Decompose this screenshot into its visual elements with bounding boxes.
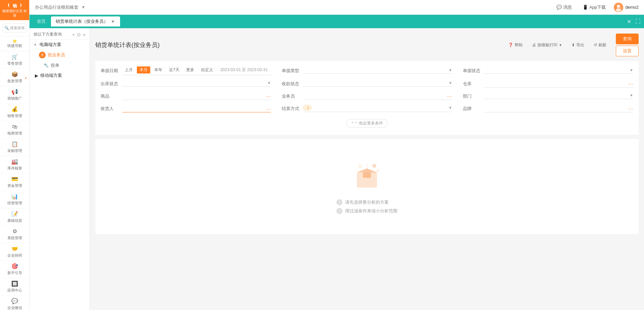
message-icon: 💬	[556, 5, 562, 10]
left-panel-icons: + ⊙ «	[72, 32, 86, 37]
date-btn-last-month[interactable]: 上月	[122, 66, 136, 73]
date-btn-custom[interactable]: 自定义	[198, 66, 216, 73]
operation-label: 经营管理	[7, 201, 22, 206]
sidebar-item-system[interactable]: ⚙ 系统管理	[0, 226, 29, 243]
consignee-dots[interactable]: …	[266, 105, 271, 111]
tree-node-mobile[interactable]: ▶ 移动端方案	[30, 70, 90, 81]
sidebar-item-newbie[interactable]: 🎯 新手引导	[0, 261, 29, 278]
tab-report[interactable]: 销货单统计表（按业务员） ✕	[51, 16, 120, 27]
svg-rect-7	[363, 172, 371, 178]
date-btn-7days[interactable]: 近7天	[166, 66, 182, 73]
basic-label: 基础信息	[7, 218, 22, 223]
filter-consignee: 收货人 …	[101, 105, 271, 112]
collapse-button[interactable]: ⌃⌃ 收起更多条件	[346, 119, 387, 127]
edit-scheme-icon[interactable]: ⊙	[77, 32, 81, 37]
quick-nav-item[interactable]: ⭐ 快捷导航	[0, 36, 29, 51]
sidebar-item-wechat[interactable]: 💬 企业微信	[0, 296, 29, 310]
app-download-label: App下载	[589, 4, 606, 10]
dept-label: 部门	[463, 93, 482, 99]
brand-select[interactable]: …	[484, 105, 633, 112]
tree-node-salesman-label: 按业务员	[48, 52, 65, 58]
warehouse-select[interactable]: …	[484, 80, 633, 88]
settlement-arrow-icon: ▼	[448, 106, 452, 110]
template-print-button[interactable]: 🖨 按模板打印 ▼	[529, 41, 565, 49]
tip-text-2: 用过滤条件来缩小分析范围	[345, 208, 397, 214]
sidebar-item-marketing[interactable]: 📢 营销推广	[0, 86, 29, 104]
empty-tip-2: 2 用过滤条件来缩小分析范围	[336, 208, 397, 214]
add-scheme-icon[interactable]: +	[72, 32, 75, 37]
receipt-status-select[interactable]: ▼	[303, 81, 452, 87]
tree-node-by-order[interactable]: 🔧 按单	[30, 60, 90, 70]
query-button[interactable]: 查询	[616, 34, 639, 44]
sidebar-item-ecommerce[interactable]: 🛍 电商管理	[0, 121, 29, 139]
receipt-status-label: 收款状态	[282, 81, 301, 87]
collapse-label: 收起更多条件	[359, 120, 383, 126]
sidebar-item-sales[interactable]: 💰 销售管理	[0, 104, 29, 121]
svg-point-3	[617, 5, 620, 8]
goods-select[interactable]: …	[122, 92, 271, 100]
settings-button[interactable]: 设置	[616, 46, 639, 56]
sidebar-item-basic[interactable]: 📝 基础信息	[0, 208, 29, 226]
message-button[interactable]: 💬 消息	[554, 3, 575, 12]
sidebar-item-retail[interactable]: 🛒 零售管理	[0, 51, 29, 69]
inventory-icon: 🏭	[11, 158, 18, 165]
filter-warehouse: 仓库 …	[463, 80, 633, 88]
salesman-select[interactable]: …	[303, 92, 452, 100]
date-btn-more[interactable]: 更多	[183, 66, 197, 73]
doc-status-select[interactable]: ▼	[484, 68, 633, 74]
filter-doc-status: 单据状态 ▼	[463, 68, 633, 74]
settlement-select[interactable]: × ▼	[303, 105, 452, 112]
tree-node-by-order-label: 按单	[51, 62, 59, 68]
sidebar-item-inventory[interactable]: 🏭 库存核算	[0, 156, 29, 173]
out-status-select[interactable]: ▼	[122, 81, 271, 87]
sidebar-item-wholesale[interactable]: 📦 批发管理	[0, 69, 29, 86]
left-panel-title: 按以下方案查询	[34, 32, 62, 37]
help-button[interactable]: ❓ 帮助	[505, 41, 525, 49]
retail-icon: 🛒	[11, 54, 18, 60]
user-area[interactable]: demo2	[614, 3, 639, 12]
sidebar-item-purchase[interactable]: 📋 采购管理	[0, 139, 29, 156]
collapse-up-icon: ⌃⌃	[351, 121, 358, 126]
header-right: 💬 消息 📱 App下载 demo2	[554, 3, 639, 12]
date-btn-this-month[interactable]: 本月	[137, 66, 150, 73]
collapse-panel-icon[interactable]: «	[83, 32, 86, 37]
user-name: demo2	[625, 5, 639, 10]
svg-point-10	[359, 165, 362, 168]
tab-close-window-icon[interactable]: ✕	[626, 18, 632, 25]
tree-node-desktop[interactable]: ▼ 电脑端方案	[30, 40, 90, 50]
tab-maximize-icon[interactable]: ⛶	[635, 18, 641, 25]
app-download-button[interactable]: 📱 App下载	[580, 3, 608, 12]
settlement-tag-close[interactable]: ×	[307, 106, 309, 110]
logo[interactable]: 畅 畅捷通好生意 标版	[0, 0, 29, 20]
sidebar-item-apps[interactable]: 🔲 应用中心	[0, 278, 29, 296]
settlement-tag: ×	[303, 105, 311, 110]
sidebar-item-coop[interactable]: 🤝 企业协同	[0, 243, 29, 261]
doc-status-label: 单据状态	[463, 68, 482, 74]
sidebar-item-operation[interactable]: 📊 经营管理	[0, 191, 29, 208]
doc-type-select[interactable]: ▼	[303, 68, 452, 74]
finance-label: 资金管理	[7, 183, 22, 188]
purchase-icon: 📋	[11, 141, 18, 147]
dept-select[interactable]: ▼	[484, 93, 633, 99]
tree-node-salesman[interactable]: 业 按业务员	[30, 50, 90, 60]
filter-brand: 品牌 …	[463, 105, 633, 112]
coop-icon: 🤝	[11, 246, 18, 252]
filter-salesman: 业务员 …	[282, 92, 452, 100]
search-menu-button[interactable]: 🔍 搜索菜单	[3, 23, 26, 33]
tab-close-icon[interactable]: ✕	[110, 19, 115, 24]
refresh-button[interactable]: ↺ 刷新	[591, 41, 609, 49]
filter-row-3: 商品 … 业务员 … 部门	[101, 92, 633, 100]
date-btn-this-year[interactable]: 本年	[152, 66, 165, 73]
export-button[interactable]: ⬇ 导出	[569, 41, 587, 49]
tab-home[interactable]: 首页	[32, 16, 50, 27]
tab-report-label: 销货单统计表（按业务员）	[56, 18, 108, 24]
consignee-input[interactable]	[122, 105, 266, 110]
goods-label: 商品	[101, 93, 119, 99]
dropdown-arrow-icon[interactable]: ▼	[81, 5, 86, 10]
search-icon: 🔍	[4, 26, 9, 30]
sidebar-item-finance[interactable]: 💳 资金管理	[0, 173, 29, 191]
consignee-label: 收货人	[101, 106, 119, 112]
top-header: 办公用品行业模拟账套 ▼ 💬 消息 📱 App下载 de	[30, 0, 644, 15]
avatar	[614, 3, 623, 12]
tab-home-label: 首页	[37, 18, 46, 24]
